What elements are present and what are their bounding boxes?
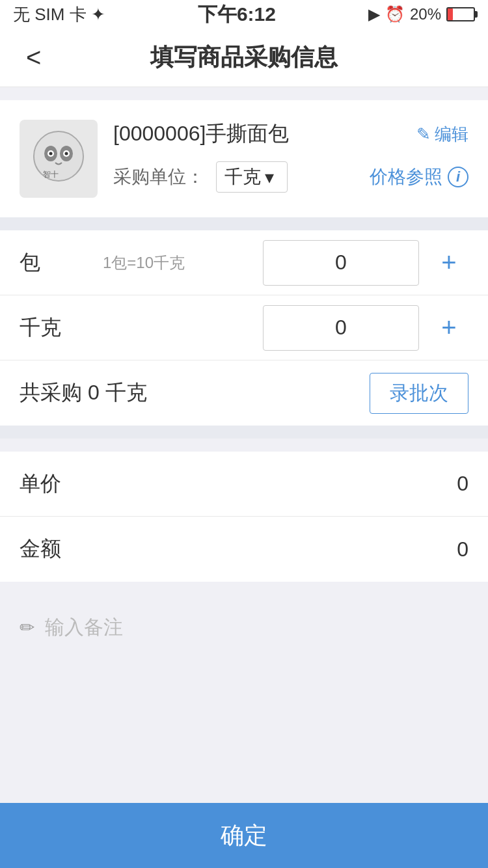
- product-info: [0000006]手撕面包 ✎ 编辑 采购单位： 千克 ▾ 价格参照 i: [113, 120, 468, 193]
- product-unit-row: 采购单位： 千克 ▾ 价格参照 i: [113, 161, 468, 193]
- svg-point-6: [65, 152, 68, 155]
- sim-label: 无 SIM 卡 ✦: [13, 3, 105, 26]
- bag-label: 包: [20, 249, 98, 277]
- unit-selector-wrap: 采购单位： 千克 ▾: [113, 161, 288, 193]
- kg-input[interactable]: 0: [263, 305, 419, 351]
- edit-button[interactable]: ✎ 编辑: [416, 123, 468, 146]
- bag-input[interactable]: 0: [263, 240, 419, 286]
- battery-percent: 20%: [410, 5, 441, 23]
- status-bar: 无 SIM 卡 ✦ 下午6:12 ▶ ⏰ 20%: [0, 0, 488, 29]
- location-icon: ▶: [368, 5, 380, 23]
- unit-select[interactable]: 千克 ▾: [216, 161, 288, 193]
- product-name-row: [0000006]手撕面包 ✎ 编辑: [113, 120, 468, 148]
- unit-price-row: 单价 0: [0, 452, 488, 517]
- edit-label: 编辑: [435, 123, 468, 146]
- amount-label: 金额: [20, 535, 61, 563]
- confirm-button[interactable]: 确定: [0, 803, 488, 868]
- remark-input[interactable]: 输入备注: [45, 614, 123, 641]
- page-title: 填写商品采购信息: [150, 42, 338, 74]
- product-logo: 智十: [33, 130, 85, 188]
- bag-sublabel: 1包=10千克: [103, 252, 185, 273]
- price-section: 单价 0 金额 0: [0, 452, 488, 582]
- kg-field-wrap: 0 +: [98, 305, 468, 351]
- svg-text:智十: 智十: [43, 170, 59, 179]
- kg-plus-button[interactable]: +: [429, 308, 468, 347]
- divider-top: [0, 217, 488, 230]
- status-left: 无 SIM 卡 ✦: [13, 3, 105, 26]
- pencil-icon: ✏: [20, 617, 34, 638]
- info-icon: i: [448, 167, 468, 187]
- svg-point-0: [34, 131, 83, 181]
- product-name: [0000006]手撕面包: [113, 120, 289, 148]
- unit-price-label: 单价: [20, 470, 61, 498]
- alarm-icon: ⏰: [385, 5, 405, 23]
- product-image: 智十: [20, 120, 98, 198]
- unit-value: 千克: [224, 165, 261, 189]
- divider-middle: [0, 426, 488, 439]
- unit-label: 采购单位：: [113, 167, 204, 187]
- nav-bar: < 填写商品采购信息: [0, 29, 488, 87]
- status-time: 下午6:12: [198, 1, 276, 28]
- price-ref-label: 价格参照: [370, 165, 442, 189]
- bag-field-wrap: 0 +: [185, 240, 468, 286]
- amount-row: 金额 0: [0, 517, 488, 582]
- remark-section[interactable]: ✏ 输入备注: [0, 595, 488, 660]
- price-ref-button[interactable]: 价格参照 i: [370, 165, 468, 189]
- status-right: ▶ ⏰ 20%: [368, 5, 475, 23]
- kg-label: 千克: [20, 314, 98, 342]
- bag-input-row: 包 1包=10千克 0 +: [0, 230, 488, 295]
- kg-input-row: 千克 0 +: [0, 295, 488, 360]
- input-section: 包 1包=10千克 0 + 千克 0 +: [0, 230, 488, 360]
- bag-plus-button[interactable]: +: [429, 243, 468, 282]
- amount-value: 0: [457, 537, 468, 562]
- svg-point-5: [49, 152, 53, 155]
- unit-price-value: 0: [457, 472, 468, 496]
- product-card: 智十 [0000006]手撕面包 ✎ 编辑 采购单位： 千克 ▾ 价格参照 i: [0, 100, 488, 217]
- back-button[interactable]: <: [20, 36, 47, 79]
- total-row: 共采购 0 千克 录批次: [0, 360, 488, 426]
- battery-icon: [446, 7, 475, 21]
- dropdown-icon: ▾: [265, 167, 274, 188]
- total-text: 共采购 0 千克: [20, 379, 147, 407]
- edit-icon: ✎: [416, 124, 431, 144]
- batch-button[interactable]: 录批次: [370, 373, 468, 414]
